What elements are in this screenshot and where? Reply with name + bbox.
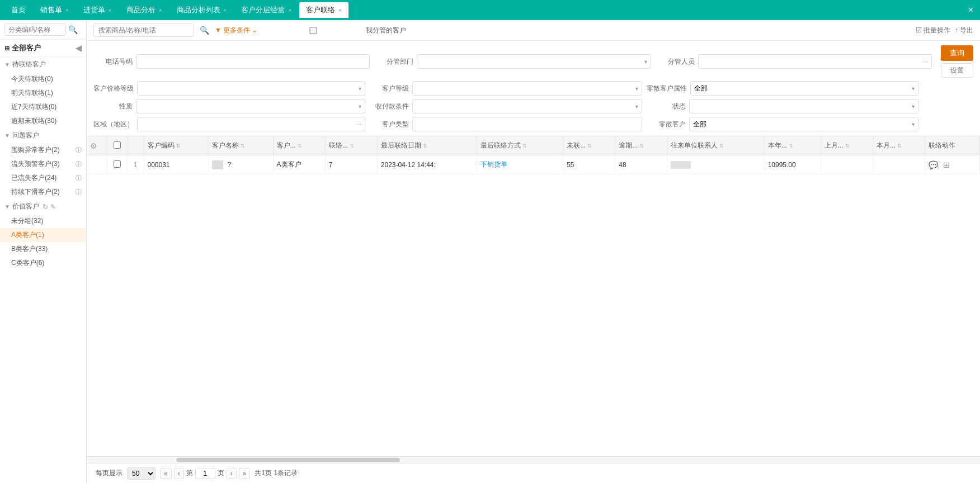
export-label: 导出 <box>960 26 973 35</box>
nature-select[interactable]: ▾ <box>136 99 365 113</box>
first-page-btn[interactable]: « <box>160 468 172 479</box>
select-all-checkbox[interactable] <box>114 141 121 149</box>
sidebar-item-churned[interactable]: 已流失客户(24) ⓘ <box>0 171 86 185</box>
page-input[interactable] <box>195 468 215 479</box>
sidebar-group-pending[interactable]: ▼ 待联络客户 <box>0 57 86 72</box>
customer-level-label: 客户等级 <box>370 84 409 93</box>
last-page-btn[interactable]: » <box>239 468 251 479</box>
per-page-select[interactable]: 50 100 200 <box>127 467 156 480</box>
setting-button[interactable]: 设置 <box>941 63 973 78</box>
sidebar-all-customers-header[interactable]: ⊞ 全部客户 ◀ <box>0 40 86 57</box>
customer-level-select[interactable]: ▾ <box>412 81 642 96</box>
share-icon[interactable]: ⊞ <box>943 160 950 169</box>
region-select[interactable]: ··· <box>137 117 365 131</box>
sidebar-item-hoarding[interactable]: 囤购异常客户(2) ⓘ <box>0 143 86 157</box>
global-search-input[interactable] <box>93 23 194 37</box>
next-page-btn[interactable]: › <box>227 468 237 479</box>
chevron-down-icon: ⌄ <box>252 26 257 34</box>
th-last-date[interactable]: 最后联络日期 ⇅ <box>377 136 477 155</box>
info-icon-churn-warning: ⓘ <box>76 160 82 168</box>
sidebar-item-unclassified[interactable]: 未分组(32) <box>0 214 86 228</box>
nav-tab-analysis-close[interactable]: × <box>159 7 162 13</box>
global-search-icon[interactable]: 🔍 <box>200 26 209 35</box>
th-last-method[interactable]: 最后联络方式 ⇅ <box>477 136 563 155</box>
sidebar-item-class-a-label: A类客户(1) <box>11 230 44 240</box>
chat-icon[interactable]: 💬 <box>929 160 938 169</box>
manager-select[interactable]: ··· <box>698 54 932 69</box>
sort-icon-unlisted: ⇅ <box>587 143 592 149</box>
nav-tab-sales[interactable]: 销售单 × <box>34 2 76 18</box>
sidebar-item-churn-warning[interactable]: 流失预警客户(3) ⓘ <box>0 157 86 171</box>
refresh-icon[interactable]: ↻ <box>43 203 48 211</box>
nav-tab-analysis-list-close[interactable]: × <box>224 7 227 13</box>
phone-input[interactable] <box>136 54 370 69</box>
close-all-tabs[interactable]: × <box>966 3 976 17</box>
batch-ops-icon: ☑ <box>916 26 922 34</box>
td-type: A类客户 <box>273 155 325 174</box>
retail-attr-select[interactable]: 全部 ▾ <box>690 81 918 96</box>
edit-icon[interactable]: ✎ <box>50 203 56 211</box>
customer-level-field: 客户等级 ▾ <box>370 81 642 96</box>
td-action: 💬 ⊞ <box>925 155 980 174</box>
nav-tab-customer-mgmt[interactable]: 客户分层经营 × <box>234 2 298 18</box>
nav-tab-purchase[interactable]: 进货单 × <box>77 2 119 18</box>
my-customers-checkbox[interactable] <box>263 27 364 34</box>
retail-customer-select[interactable]: 全部 ▾ <box>689 117 918 131</box>
sidebar-search-icon[interactable]: 🔍 <box>68 25 78 34</box>
nav-tab-analysis-list[interactable]: 商品分析列表 × <box>170 2 234 18</box>
sort-icon-last-date: ⇅ <box>423 143 427 149</box>
scrollbar-thumb[interactable] <box>176 458 400 462</box>
th-prev-contact[interactable]: 往来单位联系人 ⇅ <box>667 136 764 155</box>
sidebar-item-declining[interactable]: 持续下滑客户(2) ⓘ <box>0 185 86 199</box>
nav-tab-analysis[interactable]: 商品分析 × <box>120 2 169 18</box>
sidebar-group-value[interactable]: ▼ 价值客户 ↻ ✎ <box>0 199 86 214</box>
sidebar-item-class-c[interactable]: C类客户(6) <box>0 256 86 270</box>
row-checkbox[interactable] <box>114 160 121 168</box>
sidebar-search-input[interactable] <box>4 23 66 36</box>
nav-tab-customer-contact-close[interactable]: × <box>338 7 342 13</box>
th-this-year[interactable]: 本年... ⇅ <box>764 136 821 155</box>
horizontal-scrollbar[interactable] <box>87 456 980 463</box>
price-level-select[interactable]: ▾ <box>137 81 365 96</box>
th-this-month[interactable]: 本月... ⇅ <box>873 136 925 155</box>
batch-ops-btn[interactable]: ☑ 批量操作 <box>916 26 950 35</box>
query-button[interactable]: 查询 <box>941 45 973 61</box>
prev-page-btn[interactable]: ‹ <box>174 468 184 479</box>
sidebar-item-class-a[interactable]: A类客户(1) <box>0 228 86 242</box>
nav-tab-purchase-close[interactable]: × <box>109 7 112 13</box>
th-contact[interactable]: 联络... ⇅ <box>325 136 377 155</box>
dept-select[interactable]: ▾ <box>417 54 651 69</box>
sidebar-item-churn-warning-label: 流失预警客户(3) <box>11 159 60 169</box>
status-field: 状态 ▾ <box>647 99 918 113</box>
more-conditions-btn[interactable]: ▼ 更多条件 ⌄ <box>215 26 257 35</box>
th-last-month[interactable]: 上月... ⇅ <box>821 136 873 155</box>
last-method-link[interactable]: 下销货单 <box>480 160 507 168</box>
th-code[interactable]: 客户编码 ⇅ <box>144 136 209 155</box>
sidebar-item-overdue[interactable]: 逾期未联络(30) <box>0 114 86 128</box>
export-btn[interactable]: ↑ 导出 <box>955 26 973 35</box>
th-name[interactable]: 客户名称 ⇅ <box>209 136 274 155</box>
nav-tab-customer-mgmt-label: 客户分层经营 <box>241 5 285 15</box>
th-unlisted[interactable]: 未联... ⇅ <box>563 136 615 155</box>
th-overdue-label: 逾期... <box>619 141 638 150</box>
status-select[interactable]: ▾ <box>689 99 918 113</box>
sidebar-item-tomorrow[interactable]: 明天待联络(1) <box>0 86 86 100</box>
table-gear-btn[interactable]: ⚙ <box>90 141 97 150</box>
nav-tab-customer-contact-label: 客户联络 <box>306 5 335 15</box>
my-customers-filter[interactable]: 我分管的客户 <box>263 26 406 35</box>
nav-home[interactable]: 首页 <box>4 2 32 18</box>
customer-type-input[interactable] <box>412 117 642 131</box>
nav-tab-customer-contact[interactable]: 客户联络 × <box>299 2 348 18</box>
payment-select[interactable]: ▾ <box>412 99 642 113</box>
th-type[interactable]: 客户... ⇅ <box>273 136 325 155</box>
sidebar-collapse-btn[interactable]: ◀ <box>76 44 82 53</box>
th-overdue[interactable]: 逾期... ⇅ <box>615 136 667 155</box>
nav-tab-sales-close[interactable]: × <box>65 7 69 13</box>
sort-icon-name: ⇅ <box>241 143 245 149</box>
sidebar-item-today[interactable]: 今天待联络(0) <box>0 72 86 86</box>
sidebar-group-problem[interactable]: ▼ 问题客户 <box>0 128 86 143</box>
sidebar-item-7days[interactable]: 近7天待联络(0) <box>0 100 86 114</box>
nav-tab-customer-mgmt-close[interactable]: × <box>288 7 291 13</box>
sidebar-item-class-b[interactable]: B类客户(33) <box>0 242 86 256</box>
td-prev-contact <box>667 155 764 174</box>
